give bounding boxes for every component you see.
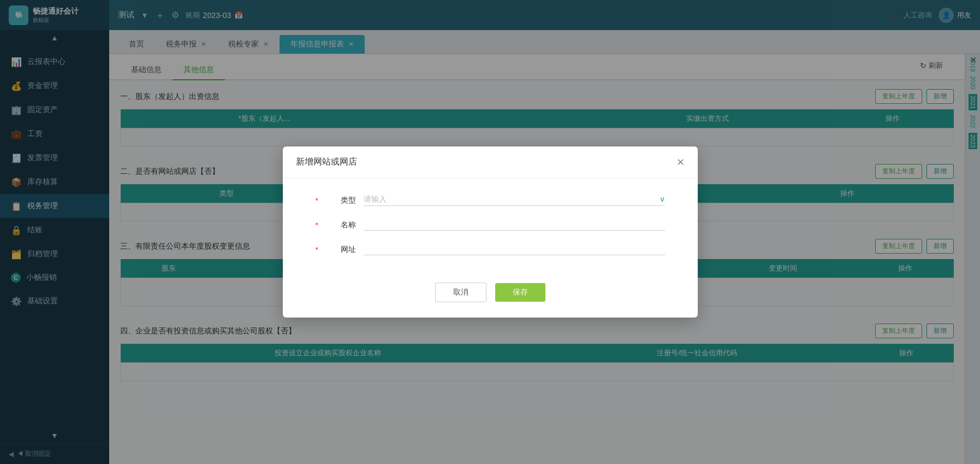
cancel-button[interactable]: 取消 (435, 283, 486, 302)
dialog-title: 新增网站或网店 (296, 156, 357, 168)
name-input-wrap (364, 219, 665, 231)
url-input-wrap (364, 244, 665, 255)
name-input[interactable] (364, 219, 665, 228)
save-button[interactable]: 保存 (495, 283, 545, 302)
type-dropdown-icon[interactable]: ∨ (660, 195, 665, 203)
dialog-close-button[interactable]: ✕ (676, 157, 685, 167)
url-input[interactable] (364, 244, 665, 252)
dialog-overlay: 新增网站或网店 ✕ * 类型 ∨ * 名称 (0, 0, 980, 464)
type-input-wrap: ∨ (364, 195, 665, 206)
dialog-body: * 类型 ∨ * 名称 * 网址 (283, 178, 698, 272)
form-row-url: * 网址 (316, 244, 665, 255)
type-required-mark: * (316, 196, 337, 205)
add-website-dialog: 新增网站或网店 ✕ * 类型 ∨ * 名称 (283, 146, 698, 318)
name-label: 名称 (341, 220, 357, 230)
form-row-name: * 名称 (316, 219, 665, 231)
type-input[interactable] (364, 195, 656, 203)
form-row-type: * 类型 ∨ (316, 195, 665, 206)
type-label: 类型 (341, 196, 357, 205)
dialog-footer: 取消 保存 (283, 272, 698, 318)
url-required-mark: * (316, 245, 337, 254)
name-required-mark: * (316, 221, 337, 230)
url-label: 网址 (341, 245, 357, 255)
dialog-header: 新增网站或网店 ✕ (283, 146, 698, 178)
